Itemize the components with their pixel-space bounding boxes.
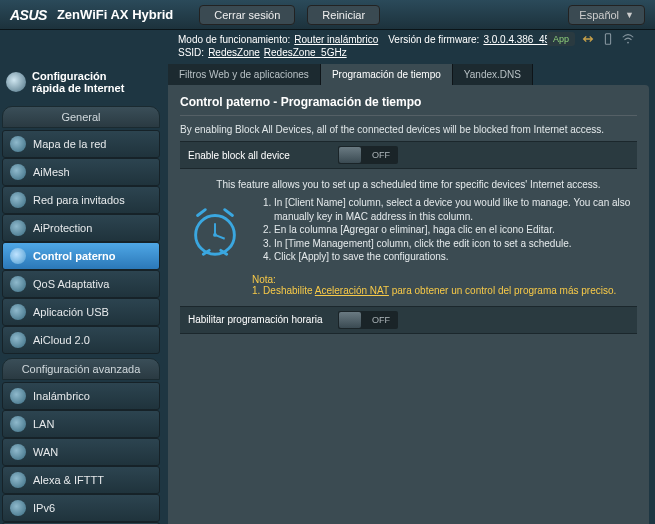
note-prefix: 1. Deshabilite	[252, 285, 315, 296]
sidebar-item-control-paterno[interactable]: Control paterno	[2, 242, 160, 270]
model-name: ZenWiFi AX Hybrid	[57, 7, 173, 22]
block-all-label: Enable block all device	[188, 150, 338, 161]
nat-accel-link[interactable]: Aceleración NAT	[315, 285, 389, 296]
step-1: In [Client Name] column, select a device…	[274, 196, 633, 223]
sidebar-item-aplicaci-n-usb[interactable]: Aplicación USB	[2, 298, 160, 326]
quick-line1: Configuración	[32, 70, 124, 82]
alarm-clock-icon	[184, 200, 246, 262]
ssid1-link[interactable]: RedesZone	[208, 47, 260, 58]
sidebar-item-qos-adaptativa[interactable]: QoS Adaptativa	[2, 270, 160, 298]
sidebar-item-label: Alexa & IFTTT	[33, 474, 104, 486]
nav-icon	[10, 472, 26, 488]
intro-text: By enabling Block All Devices, all of th…	[180, 124, 637, 135]
divider	[180, 115, 637, 116]
note-label: Nota:	[252, 274, 276, 285]
instructions: In [Client Name] column, select a device…	[180, 196, 637, 264]
sidebar-item-mapa-de-la-red[interactable]: Mapa de la red	[2, 130, 160, 158]
panel-title: Control paterno - Programación de tiempo	[180, 95, 637, 109]
usb-icon[interactable]	[601, 32, 615, 46]
gear-icon	[6, 72, 26, 92]
sidebar-item-label: AiMesh	[33, 166, 70, 178]
sidebar-item-label: WAN	[33, 446, 58, 458]
svg-point-1	[627, 42, 629, 44]
nav-icon	[10, 444, 26, 460]
sidebar-item-label: Inalámbrico	[33, 390, 90, 402]
toggle-off-text: OFF	[372, 315, 390, 325]
sidebar-item-label: LAN	[33, 418, 54, 430]
nav-icon	[10, 500, 26, 516]
sidebar-item-lan[interactable]: LAN	[2, 410, 160, 438]
step-3: In [Time Management] column, click the e…	[274, 237, 633, 251]
sidebar-item-label: AiCloud 2.0	[33, 334, 90, 346]
tab-1[interactable]: Programación de tiempo	[321, 64, 453, 85]
sidebar-item-red-para-invitados[interactable]: Red para invitados	[2, 186, 160, 214]
note-suffix: para obtener un control del programa más…	[389, 285, 616, 296]
row-block-all: Enable block all device OFF	[180, 141, 637, 169]
status-icons: App	[547, 32, 635, 46]
block-all-toggle[interactable]: OFF	[338, 146, 398, 164]
tab-0[interactable]: Filtros Web y de aplicaciones	[168, 64, 321, 85]
ssid2-link[interactable]: RedesZone_5GHz	[264, 47, 347, 58]
row-enable-schedule: Habilitar programación horaria OFF	[180, 306, 637, 334]
quick-line2: rápida de Internet	[32, 82, 124, 94]
wifi-icon[interactable]	[621, 32, 635, 46]
enable-schedule-toggle[interactable]: OFF	[338, 311, 398, 329]
sidebar-item-label: IPv6	[33, 502, 55, 514]
enable-schedule-label: Habilitar programación horaria	[188, 314, 338, 325]
chevron-down-icon: ▼	[625, 10, 634, 20]
toggle-knob	[339, 147, 361, 163]
nav-icon	[10, 220, 26, 236]
group-advanced: Configuración avanzada	[2, 358, 160, 380]
sidebar-item-aimesh[interactable]: AiMesh	[2, 158, 160, 186]
sidebar-item-aiprotection[interactable]: AiProtection	[2, 214, 160, 242]
sidebar-item-inal-mbrico[interactable]: Inalámbrico	[2, 382, 160, 410]
language-label: Español	[579, 9, 619, 21]
nav-icon	[10, 136, 26, 152]
app-badge[interactable]: App	[547, 32, 575, 46]
step-2: En la columna [Agregar o eliminar], haga…	[274, 223, 633, 237]
tab-bar: Filtros Web y de aplicacionesProgramació…	[168, 64, 649, 85]
link-icon[interactable]	[581, 32, 595, 46]
mode-link[interactable]: Router inalámbrico	[294, 34, 378, 45]
sidebar-item-label: Red para invitados	[33, 194, 125, 206]
logout-button[interactable]: Cerrar sesión	[199, 5, 295, 25]
sidebar-item-aicloud-2-0[interactable]: AiCloud 2.0	[2, 326, 160, 354]
sidebar: Configuración rápida de Internet General…	[0, 62, 162, 524]
reboot-button[interactable]: Reiniciar	[307, 5, 380, 25]
nav-icon	[10, 192, 26, 208]
info-bar: Modo de funcionamiento: Router inalámbri…	[0, 30, 655, 62]
nav-icon	[10, 276, 26, 292]
nav-icon	[10, 416, 26, 432]
nav-icon	[10, 304, 26, 320]
sidebar-item-ipv6[interactable]: IPv6	[2, 494, 160, 522]
sidebar-item-label: Mapa de la red	[33, 138, 106, 150]
step-4: Click [Apply] to save the configurations…	[274, 250, 633, 264]
feature-text: This feature allows you to set up a sche…	[180, 179, 637, 190]
group-general: General	[2, 106, 160, 128]
brand-logo: ASUS	[10, 7, 47, 23]
note-block: Nota: 1. Deshabilite Aceleración NAT par…	[252, 274, 637, 296]
sidebar-item-label: Control paterno	[33, 250, 116, 262]
svg-rect-0	[605, 34, 610, 45]
nav-icon	[10, 248, 26, 264]
mode-label: Modo de funcionamiento:	[178, 34, 290, 45]
sidebar-item-label: Aplicación USB	[33, 306, 109, 318]
nav-icon	[10, 332, 26, 348]
nav-icon	[10, 388, 26, 404]
content-panel: Control paterno - Programación de tiempo…	[168, 85, 649, 524]
tab-2[interactable]: Yandex.DNS	[453, 64, 533, 85]
quick-setup-button[interactable]: Configuración rápida de Internet	[2, 66, 160, 102]
toggle-knob	[339, 312, 361, 328]
fw-label: Versión de firmware:	[388, 34, 479, 45]
nav-icon	[10, 164, 26, 180]
sidebar-item-label: QoS Adaptativa	[33, 278, 109, 290]
toggle-off-text: OFF	[372, 150, 390, 160]
top-bar: ASUS ZenWiFi AX Hybrid Cerrar sesión Rei…	[0, 0, 655, 30]
ssid-label: SSID:	[178, 47, 204, 58]
language-dropdown[interactable]: Español ▼	[568, 5, 645, 25]
sidebar-item-alexa-ifttt[interactable]: Alexa & IFTTT	[2, 466, 160, 494]
sidebar-item-label: AiProtection	[33, 222, 92, 234]
sidebar-item-wan[interactable]: WAN	[2, 438, 160, 466]
